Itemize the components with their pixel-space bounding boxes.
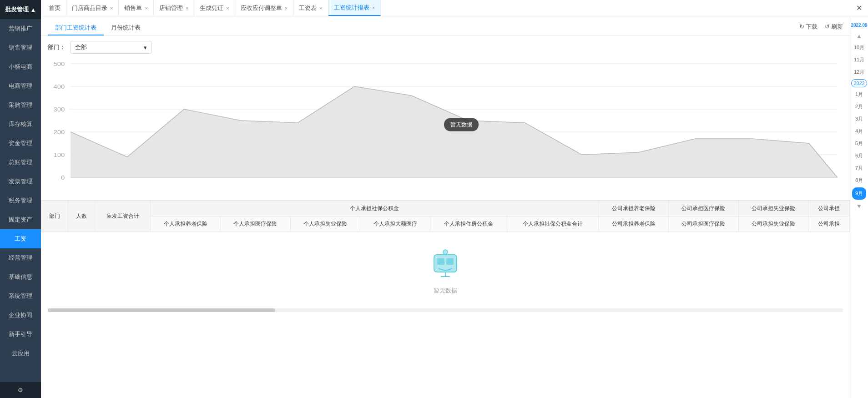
sidebar-item-总账管理[interactable]: 总账管理 — [0, 153, 41, 172]
top-tab-label: 门店商品目录 — [72, 4, 107, 12]
main-area: 首页门店商品目录×销售单×店铺管理×生成凭证×应收应付调整单×工资表×工资统计报… — [41, 0, 868, 398]
horizontal-scroll-thumb[interactable] — [48, 308, 275, 312]
timeline-feb[interactable]: 2月 — [850, 101, 868, 113]
timeline-apr[interactable]: 4月 — [850, 125, 868, 137]
th-company-unemployment: 公司承担失业保险 — [738, 201, 808, 217]
tab-close-icon[interactable]: × — [110, 5, 113, 11]
sub-tabs: 部门工资统计表月份统计表 ↻ 下载 ↺ 刷新 — [41, 16, 850, 35]
th-personal-insurance-group: 个人承担社保公积金 — [151, 201, 599, 217]
horizontal-scrollbar[interactable] — [48, 308, 843, 312]
svg-rect-15 — [446, 258, 454, 265]
top-tab-生成凭证[interactable]: 生成凭证× — [194, 0, 235, 16]
top-tab-工资统计报表[interactable]: 工资统计报表× — [328, 0, 381, 16]
sub-tab-部门工资统计表[interactable]: 部门工资统计表 — [48, 21, 104, 35]
svg-text:400: 400 — [53, 84, 65, 90]
svg-text:100: 100 — [53, 152, 65, 158]
sidebar-item-系统管理[interactable]: 系统管理 — [0, 287, 41, 306]
top-tab-工资表[interactable]: 工资表× — [293, 0, 328, 16]
th-salary-total: 应发工资合计 — [95, 201, 151, 232]
download-button[interactable]: ↻ 下载 — [799, 23, 818, 31]
top-tabs-right: ✕ — [856, 4, 866, 12]
sidebar-item-发票管理[interactable]: 发票管理 — [0, 172, 41, 191]
sidebar-item-工资[interactable]: 工资 — [0, 229, 41, 248]
timeline-aug[interactable]: 8月 — [850, 174, 868, 186]
sidebar-item-库存核算[interactable]: 库存核算 — [0, 115, 41, 134]
timeline-jan[interactable]: 1月 — [850, 88, 868, 101]
timeline-top-label: 2022.09 — [850, 20, 868, 30]
svg-text:200: 200 — [53, 129, 65, 135]
th-personal-housing: 个人承担住房公积金 — [430, 217, 507, 232]
top-tab-label: 店铺管理 — [159, 4, 183, 12]
sub-tabs-container: 部门工资统计表月份统计表 — [48, 21, 148, 35]
department-select[interactable]: 全部 ▾ — [70, 41, 152, 54]
department-filter-label: 部门： — [48, 43, 66, 51]
tab-close-icon[interactable]: × — [186, 5, 188, 11]
top-tab-店铺管理[interactable]: 店铺管理× — [154, 0, 194, 16]
sidebar-item-新手引导[interactable]: 新手引导 — [0, 325, 41, 344]
timeline-up-arrow[interactable]: ▲ — [850, 30, 868, 41]
top-tab-首页[interactable]: 首页 — [43, 0, 66, 16]
timeline-nov[interactable]: 11月 — [850, 54, 868, 66]
sidebar-item-固定资产[interactable]: 固定资产 — [0, 210, 41, 229]
th-company-more: 公司承担 — [808, 201, 850, 217]
table-header-row2: 个人承担养老保险 个人承担医疗保险 个人承担失业保险 个人承担大额医疗 个人承担… — [41, 217, 850, 232]
sidebar-header[interactable]: 批发管理 ▲ — [0, 0, 41, 19]
sub-tabs-actions: ↻ 下载 ↺ 刷新 — [799, 23, 843, 34]
svg-text:0: 0 — [61, 175, 65, 181]
sidebar-item-税务管理[interactable]: 税务管理 — [0, 191, 41, 210]
svg-point-18 — [443, 250, 448, 254]
th-personal-total: 个人承担社保公积金合计 — [507, 217, 599, 232]
sidebar-items-container: 营销推广销售管理小畅电商电商管理采购管理库存核算资金管理总账管理发票管理税务管理… — [0, 19, 41, 363]
sidebar-item-小畅电商[interactable]: 小畅电商 — [0, 57, 41, 76]
sidebar-header-label: 批发管理 — [5, 5, 29, 14]
timeline-may[interactable]: 5月 — [850, 137, 868, 150]
sidebar-item-经营管理[interactable]: 经营管理 — [0, 248, 41, 267]
sidebar-item-企业协同[interactable]: 企业协同 — [0, 306, 41, 325]
tab-close-icon[interactable]: × — [319, 5, 322, 11]
timeline-panel: 2022.09 ▲ 10月 11月 12月 2022 1月 2月 3月 4月 5… — [850, 16, 868, 398]
sidebar-item-采购管理[interactable]: 采购管理 — [0, 96, 41, 115]
tab-close-icon[interactable]: × — [145, 5, 147, 11]
sidebar-item-电商管理[interactable]: 电商管理 — [0, 76, 41, 96]
window-close-icon[interactable]: ✕ — [856, 4, 862, 12]
refresh-button[interactable]: ↺ 刷新 — [825, 23, 843, 31]
tab-close-icon[interactable]: × — [372, 5, 375, 10]
top-tab-销售单[interactable]: 销售单× — [119, 0, 153, 16]
sidebar-item-营销推广[interactable]: 营销推广 — [0, 19, 41, 38]
th-co-more-dup: 公司承担 — [808, 217, 850, 232]
timeline-dec[interactable]: 12月 — [850, 66, 868, 78]
sub-tab-月份统计表[interactable]: 月份统计表 — [104, 21, 148, 35]
th-department: 部门 — [41, 201, 68, 232]
top-tab-应收应付调整单[interactable]: 应收应付调整单× — [235, 0, 293, 16]
download-icon: ↻ — [799, 23, 804, 30]
sidebar-footer[interactable]: ⚙ — [0, 382, 41, 398]
timeline-year[interactable]: 2022 — [851, 79, 867, 87]
sidebar: 批发管理 ▲ 营销推广销售管理小畅电商电商管理采购管理库存核算资金管理总账管理发… — [0, 0, 41, 398]
sidebar-item-资金管理[interactable]: 资金管理 — [0, 134, 41, 153]
refresh-icon: ↺ — [825, 23, 830, 30]
table-area[interactable]: 部门 人数 应发工资合计 个人承担社保公积金 公司承担养老保险 公司承担医疗保险… — [41, 200, 850, 398]
chevron-down-icon: ▾ — [144, 44, 147, 51]
th-personal-old: 个人承担养老保险 — [151, 217, 221, 232]
th-count: 人数 — [68, 201, 95, 232]
timeline-jun[interactable]: 6月 — [850, 150, 868, 162]
timeline-down-arrow[interactable]: ▼ — [850, 201, 868, 212]
top-tab-label: 销售单 — [124, 4, 142, 12]
top-tab-门店商品目录[interactable]: 门店商品目录× — [66, 0, 119, 16]
timeline-mar[interactable]: 3月 — [850, 113, 868, 125]
department-select-value: 全部 — [75, 43, 87, 51]
svg-text:500: 500 — [53, 61, 65, 67]
sidebar-item-云应用[interactable]: 云应用 — [0, 344, 41, 363]
timeline-oct[interactable]: 10月 — [850, 41, 868, 54]
th-company-old-insurance: 公司承担养老保险 — [599, 201, 669, 217]
timeline-sep[interactable]: 9月 — [852, 187, 866, 200]
filter-bar: 部门： 全部 ▾ — [41, 35, 850, 59]
sidebar-item-基础信息[interactable]: 基础信息 — [0, 267, 41, 287]
sidebar-header-arrow: ▲ — [30, 6, 36, 13]
sidebar-item-销售管理[interactable]: 销售管理 — [0, 38, 41, 57]
th-co-unemp-dup: 公司承担失业保险 — [738, 217, 808, 232]
tab-close-icon[interactable]: × — [226, 5, 229, 11]
tab-close-icon[interactable]: × — [285, 5, 288, 11]
svg-text:300: 300 — [53, 106, 65, 112]
timeline-jul[interactable]: 7月 — [850, 162, 868, 174]
